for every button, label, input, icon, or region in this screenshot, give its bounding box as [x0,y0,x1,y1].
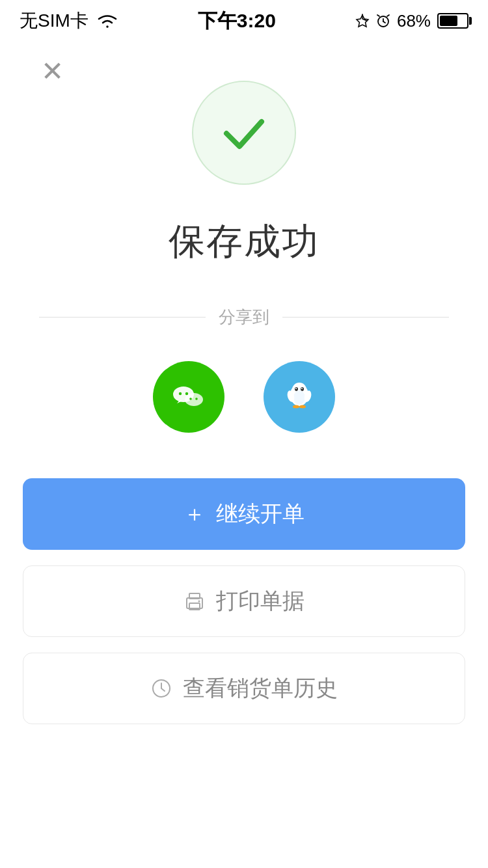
svg-line-3 [377,15,379,16]
continue-button[interactable]: ＋ 继续开单 [23,478,465,550]
history-label: 查看销货单历史 [183,673,338,703]
print-label: 打印单据 [216,586,305,616]
success-icon-circle [192,81,296,185]
location-icon [355,14,370,28]
svg-point-14 [301,387,304,391]
share-wechat-button[interactable] [153,361,224,433]
printer-icon [183,590,206,612]
status-carrier: 无SIM卡 [20,8,118,33]
history-button[interactable]: 查看销货单历史 [23,653,465,724]
share-divider: 分享到 [0,306,488,329]
svg-point-22 [299,405,306,409]
status-right: 68% [355,11,468,31]
svg-line-4 [387,15,389,16]
checkmark-icon [215,103,273,162]
svg-point-7 [179,392,182,395]
main-content: 保存成功 分享到 [0,42,488,724]
plus-icon: ＋ [183,499,206,529]
share-qq-button[interactable] [264,361,335,433]
svg-point-10 [195,398,198,400]
svg-point-26 [198,601,200,603]
divider-line-left [39,317,206,318]
qq-icon [280,378,318,416]
continue-label: 继续开单 [216,499,305,529]
wifi-icon [96,12,118,29]
alarm-icon [376,14,390,28]
divider-line-right [282,317,449,318]
close-button[interactable]: ✕ [33,52,72,91]
svg-point-15 [295,388,297,389]
share-label: 分享到 [206,306,282,329]
wechat-icon [169,377,208,416]
battery-icon [437,13,468,29]
svg-point-9 [189,398,192,400]
share-icons-row [153,361,335,433]
status-time: 下午3:20 [198,8,276,34]
status-bar: 无SIM卡 下午3:20 68% [0,0,488,42]
history-icon [150,677,172,699]
svg-point-18 [293,390,305,405]
print-button[interactable]: 打印单据 [23,565,465,637]
svg-point-6 [185,393,203,406]
close-icon: ✕ [41,58,64,85]
svg-line-2 [383,21,385,23]
svg-point-13 [295,387,298,391]
svg-point-8 [185,392,188,395]
success-title: 保存成功 [169,217,319,267]
svg-point-21 [293,405,299,409]
action-buttons: ＋ 继续开单 打印单据 查看销货单历史 [23,478,465,724]
svg-point-16 [301,388,303,389]
